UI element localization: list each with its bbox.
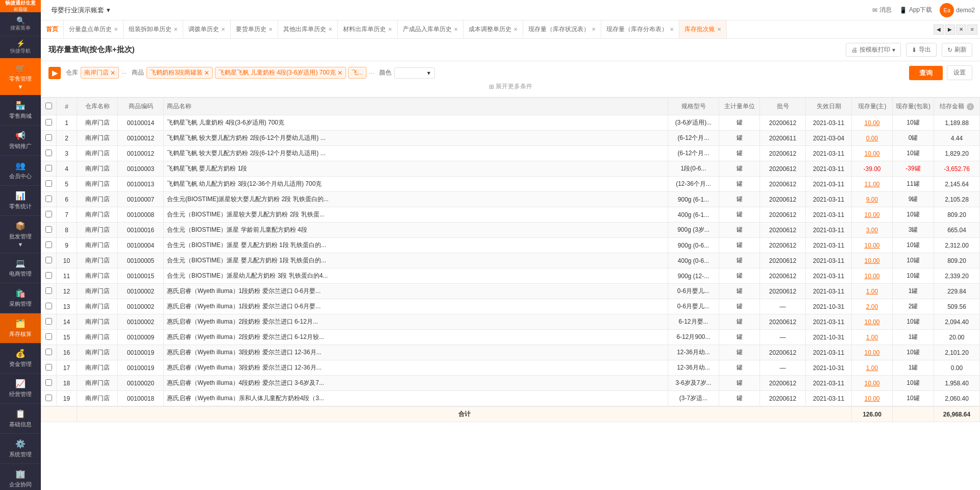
row-stock[interactable]: 10.00 <box>852 115 893 131</box>
tab-product-in[interactable]: 产成品入库单历史 ✕ <box>398 20 463 39</box>
row-checkbox-cell[interactable] <box>41 177 57 192</box>
goods-tag-0-close[interactable]: ✕ <box>204 69 209 77</box>
row-checkbox[interactable] <box>45 318 52 325</box>
row-checkbox-cell[interactable] <box>41 376 57 391</box>
app-download-btn[interactable]: 📱 App下载 <box>899 6 932 14</box>
row-checkbox[interactable] <box>45 241 52 248</box>
row-checkbox[interactable] <box>45 165 52 172</box>
row-checkbox-cell[interactable] <box>41 299 57 314</box>
th-checkbox[interactable] <box>41 98 57 115</box>
row-checkbox-cell[interactable] <box>41 146 57 161</box>
row-checkbox-cell[interactable] <box>41 345 57 360</box>
row-stock[interactable]: 10.00 <box>852 345 893 360</box>
tab-stock-dist-close[interactable]: ✕ <box>670 27 674 32</box>
warehouse-more[interactable]: ··· <box>121 69 127 77</box>
sidebar-item-member[interactable]: 👥 会员中心 <box>0 156 41 186</box>
row-checkbox-cell[interactable] <box>41 391 57 407</box>
row-stock[interactable]: 2.00 <box>852 299 893 314</box>
row-checkbox-cell[interactable] <box>41 284 57 299</box>
row-checkbox-cell[interactable] <box>41 161 57 177</box>
goods-tag-more[interactable]: 飞... <box>348 67 366 79</box>
tab-disassemble-close[interactable]: ✕ <box>174 27 178 32</box>
user-area[interactable]: Ea demo2 <box>940 3 975 17</box>
sidebar-item-system[interactable]: ⚙️ 系统管理 <box>0 434 41 464</box>
row-checkbox-cell[interactable] <box>41 131 57 146</box>
row-stock[interactable]: 9.00 <box>852 192 893 207</box>
row-checkbox[interactable] <box>45 211 52 217</box>
row-checkbox[interactable] <box>45 257 52 263</box>
sidebar-item-finance[interactable]: 💰 资金管理 <box>0 344 41 374</box>
tab-mixing[interactable]: 调拨单历史 ✕ <box>183 20 231 39</box>
sidebar-item-retail[interactable]: 🛒 零售管理 ▼ <box>0 58 41 95</box>
row-stock[interactable]: 10.00 <box>852 146 893 161</box>
row-checkbox[interactable] <box>45 287 52 294</box>
row-checkbox[interactable] <box>45 333 52 340</box>
tab-prev-btn[interactable]: ◀ <box>934 24 944 35</box>
tab-close-btn[interactable]: ✕ <box>956 24 966 35</box>
row-checkbox-cell[interactable] <box>41 330 57 345</box>
row-checkbox-cell[interactable] <box>41 360 57 376</box>
row-stock[interactable]: 1.00 <box>852 360 893 376</box>
tab-other-out[interactable]: 其他出库单历史 ✕ <box>278 20 338 39</box>
goods-more[interactable]: ··· <box>369 69 374 77</box>
warehouse-tag[interactable]: 南岸门店 ✕ <box>81 67 119 79</box>
balance-info-icon[interactable]: i <box>967 103 974 110</box>
goods-tag-0[interactable]: 飞鹤奶粉3段两罐装 ✕ <box>146 67 213 79</box>
row-checkbox-cell[interactable] <box>41 192 57 207</box>
row-checkbox-cell[interactable] <box>41 238 57 253</box>
tab-product-in-close[interactable]: ✕ <box>454 27 458 32</box>
row-checkbox[interactable] <box>45 119 52 126</box>
sidebar-item-mall[interactable]: 🏪 零售商城 <box>0 95 41 126</box>
tab-stock-status[interactable]: 现存量（库存状况表） ✕ <box>523 20 601 39</box>
sidebar-quicknav-item[interactable]: ⚡ 快捷导航 <box>0 36 41 58</box>
row-stock[interactable]: 10.00 <box>852 238 893 253</box>
row-stock[interactable]: 10.00 <box>852 268 893 284</box>
tab-stock-dist[interactable]: 现存量（库存分布表） ✕ <box>601 20 679 39</box>
select-all-checkbox[interactable] <box>45 103 52 109</box>
row-checkbox[interactable] <box>45 364 52 371</box>
row-checkbox-cell[interactable] <box>41 268 57 284</box>
row-checkbox-cell[interactable] <box>41 115 57 131</box>
row-checkbox[interactable] <box>45 303 52 309</box>
tab-inventory-history[interactable]: 分量盘点单历史 ✕ <box>64 20 124 39</box>
row-checkbox-cell[interactable] <box>41 253 57 268</box>
row-checkbox[interactable] <box>45 379 52 386</box>
row-stock[interactable]: 10.00 <box>852 376 893 391</box>
sidebar-item-enterprise[interactable]: 🏢 企业协同 <box>0 464 41 490</box>
expand-more-row[interactable]: ⊞ 展开更多条件 <box>48 80 972 93</box>
tab-material-out-close[interactable]: ✕ <box>388 27 392 32</box>
tab-stock-status-close[interactable]: ✕ <box>592 27 596 32</box>
tab-menu-btn[interactable]: ≡ <box>967 24 977 35</box>
sidebar-item-ecommerce[interactable]: 💻 电商管理 <box>0 253 41 283</box>
messages-btn[interactable]: ✉ 消息 <box>872 6 892 14</box>
tab-home[interactable]: 首页 <box>41 20 64 39</box>
tab-demand[interactable]: 要货单历史 ✕ <box>231 20 278 39</box>
row-checkbox-cell[interactable] <box>41 314 57 330</box>
row-stock[interactable]: 10.00 <box>852 314 893 330</box>
tab-inventory-history-close[interactable]: ✕ <box>114 27 118 32</box>
tab-batch-voucher-close[interactable]: ✕ <box>717 27 721 32</box>
export-button[interactable]: ⬇ 导出 <box>906 43 937 57</box>
color-select[interactable]: ▾ <box>394 67 435 79</box>
sidebar-item-operations[interactable]: 📈 经营管理 <box>0 374 41 404</box>
row-checkbox[interactable] <box>45 134 52 141</box>
tab-cost-adjust[interactable]: 成本调整单历史 ✕ <box>463 20 523 39</box>
filter-expand-btn[interactable]: ▶ <box>48 67 61 79</box>
row-checkbox-cell[interactable] <box>41 207 57 223</box>
tab-disassemble[interactable]: 组装拆卸单历史 ✕ <box>124 20 183 39</box>
row-checkbox[interactable] <box>45 180 52 187</box>
setting-button[interactable]: 设置 <box>947 65 972 80</box>
warehouse-tag-close[interactable]: ✕ <box>110 69 115 77</box>
print-button[interactable]: 🖨 按模板打印 ▾ <box>846 43 901 57</box>
sidebar-item-stats[interactable]: 📊 零售统计 <box>0 186 41 216</box>
row-checkbox[interactable] <box>45 150 52 156</box>
row-stock[interactable]: 3.00 <box>852 223 893 238</box>
tab-cost-adjust-close[interactable]: ✕ <box>513 27 518 32</box>
warehouse-select[interactable]: 母婴行业演示账套 ▾ <box>51 6 110 15</box>
tab-batch-voucher[interactable]: 库存批次账 ✕ <box>679 20 727 39</box>
row-stock[interactable]: 10.00 <box>852 391 893 407</box>
tab-demand-close[interactable]: ✕ <box>268 27 273 32</box>
row-stock[interactable]: 10.00 <box>852 253 893 268</box>
row-checkbox[interactable] <box>45 195 52 202</box>
tab-mixing-close[interactable]: ✕ <box>221 27 225 32</box>
